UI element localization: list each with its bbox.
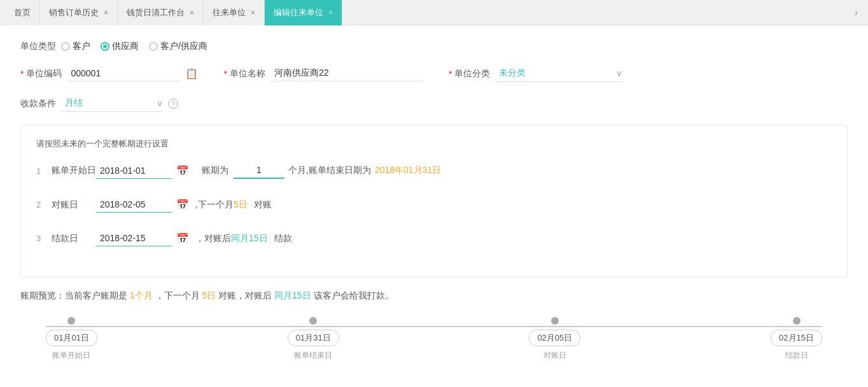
row2-type: 对账日 xyxy=(52,199,96,211)
radio-customer-label: 客户 xyxy=(73,41,90,52)
unit-category-value: 未分类 xyxy=(495,65,613,81)
radio-both-label: 客户/供应商 xyxy=(160,41,207,52)
tab-edit-partner-label: 编辑往来单位 xyxy=(274,7,323,18)
timeline-label-4: 结款日 xyxy=(785,350,808,361)
tab-bar-more[interactable]: › xyxy=(850,7,863,18)
radio-both[interactable]: 客户/供应商 xyxy=(149,41,207,52)
timeline-label-2: 账单结束日 xyxy=(294,350,332,361)
tab-partner-label: 往来单位 xyxy=(213,7,246,18)
start-date-input[interactable] xyxy=(96,163,172,179)
reconciliation-row: 2 对账日 📅 ,下一个月 5日 对账 xyxy=(36,197,832,213)
radio-supplier[interactable]: 供应商 xyxy=(101,41,139,52)
timeline-node-4: 02月15日 结款日 xyxy=(771,317,822,361)
unit-code-input[interactable] xyxy=(67,66,181,81)
radio-customer-circle xyxy=(61,42,70,51)
unit-category-arrow: ∨ xyxy=(616,68,622,78)
preview-label: 账期预览：当前客户账期是 xyxy=(20,290,127,300)
unit-category-label: 单位分类 xyxy=(454,68,490,80)
timeline-label-3: 对账日 xyxy=(543,350,566,361)
payment-suffix-pre: ，对账后 xyxy=(195,233,231,244)
timeline-node-3: 02月05日 对账日 xyxy=(529,317,580,361)
tab-partner-close[interactable]: × xyxy=(251,8,255,17)
reconcile-date-calendar[interactable]: 📅 xyxy=(176,199,189,211)
payment-suffix-post: 结款 xyxy=(274,233,292,244)
unit-type-row: 单位类型 客户 供应商 客户/供应商 xyxy=(20,41,848,52)
unit-code-group: * 单位编码 📋 xyxy=(20,66,198,81)
tab-bar: 首页 销售订单历史 × 钱货日清工作台 × 往来单位 × 编辑往来单位 × › xyxy=(0,0,868,25)
timeline: 01月01日 账单开始日 01月31日 账单结束日 02月05日 对账日 02月… xyxy=(20,317,848,361)
row3-type: 结款日 xyxy=(52,233,96,244)
radio-supplier-circle xyxy=(101,42,109,51)
tab-sales-history-close[interactable]: × xyxy=(104,8,108,17)
unit-type-label: 单位类型 xyxy=(20,41,56,52)
timeline-dot-2 xyxy=(309,317,317,325)
preview-part3: 同月15日 xyxy=(274,290,311,300)
tab-sales-history-label: 销售订单历史 xyxy=(49,7,99,18)
tab-edit-partner-close[interactable]: × xyxy=(328,8,333,17)
end-date-highlight: 2018年01月31日 xyxy=(375,165,441,176)
help-icon[interactable]: ? xyxy=(168,99,178,109)
tab-home[interactable]: 首页 xyxy=(5,0,40,25)
timeline-node-1: 01月01日 账单开始日 xyxy=(46,317,97,361)
unit-name-label: 单位名称 xyxy=(230,68,265,80)
unit-category-star: * xyxy=(449,69,452,79)
tab-partner[interactable]: 往来单位 × xyxy=(204,0,265,25)
payment-date-row: 3 结款日 📅 ，对账后 同月15日 结款 xyxy=(36,230,832,246)
preview-part2: 5日 xyxy=(202,290,216,300)
unit-type-radio-group: 客户 供应商 客户/供应商 xyxy=(61,41,207,52)
payment-date-input[interactable] xyxy=(96,230,172,246)
period-for-label: 账期为 xyxy=(202,165,228,176)
reconcile-date-input[interactable] xyxy=(96,197,172,213)
start-date-calendar[interactable]: 📅 xyxy=(176,165,189,177)
payment-terms-value: 月结 xyxy=(61,95,154,111)
unit-code-star: * xyxy=(20,69,24,79)
unit-name-input[interactable] xyxy=(270,66,423,81)
tab-edit-partner[interactable]: 编辑往来单位 × xyxy=(265,0,342,25)
account-start-row: 1 账单开始日 📅 账期为 个月,账单结束日期为 2018年01月31日 xyxy=(36,162,832,179)
tab-home-label: 首页 xyxy=(14,7,31,18)
payment-day-highlight: 同月15日 xyxy=(231,233,268,244)
timeline-badge-2: 01月31日 xyxy=(288,330,339,346)
tab-cash-daily[interactable]: 钱货日清工作台 × xyxy=(118,0,204,25)
section-title: 请按照未来的一个完整帐期进行设置 xyxy=(36,138,832,150)
period-value-input[interactable] xyxy=(234,162,284,179)
unit-name-group: * 单位名称 xyxy=(223,66,423,81)
timeline-dot-1 xyxy=(67,317,75,325)
payment-date-calendar[interactable]: 📅 xyxy=(176,232,189,244)
payment-terms-dropdown[interactable]: 月结 ∨ xyxy=(61,95,163,112)
unit-code-icon[interactable]: 📋 xyxy=(185,67,198,80)
unit-fields-row: * 单位编码 📋 * 单位名称 * 单位分类 未分类 ∨ xyxy=(20,65,848,82)
main-content: 单位类型 客户 供应商 客户/供应商 * 单位编码 📋 * 单位名称 xyxy=(0,25,868,387)
radio-both-circle xyxy=(149,42,158,51)
unit-category-group: * 单位分类 未分类 ∨ xyxy=(449,65,622,82)
timeline-nodes: 01月01日 账单开始日 01月31日 账单结束日 02月05日 对账日 02月… xyxy=(46,317,822,361)
unit-name-star: * xyxy=(223,69,227,79)
payment-terms-arrow: ∨ xyxy=(157,98,163,108)
payment-terms-row: 收款条件 月结 ∨ ? xyxy=(20,95,848,112)
preview-mid2: 对账，对账后 xyxy=(218,290,272,300)
tab-cash-daily-label: 钱货日清工作台 xyxy=(127,7,185,18)
tab-cash-daily-close[interactable]: × xyxy=(190,8,194,17)
row1-type: 账单开始日 xyxy=(52,165,96,176)
reconcile-day-highlight: 5日 xyxy=(234,199,248,211)
settings-section: 请按照未来的一个完整帐期进行设置 1 账单开始日 📅 账期为 个月,账单结束日期… xyxy=(20,125,848,278)
timeline-node-2: 01月31日 账单结束日 xyxy=(288,317,339,361)
timeline-label-1: 账单开始日 xyxy=(52,350,90,361)
period-unit-text: 个月,账单结束日期为 xyxy=(288,165,371,176)
reconcile-suffix-post: 对账 xyxy=(254,199,272,211)
preview-mid1: ，下一个月 xyxy=(155,290,200,300)
preview-section: 账期预览：当前客户账期是 1个月 ，下一个月 5日 对账，对账后 同月15日 该… xyxy=(20,290,848,302)
timeline-badge-1: 01月01日 xyxy=(46,330,97,346)
unit-code-label: 单位编码 xyxy=(26,68,62,80)
timeline-badge-3: 02月05日 xyxy=(529,330,580,346)
unit-category-dropdown[interactable]: 未分类 ∨ xyxy=(495,65,622,82)
radio-customer[interactable]: 客户 xyxy=(61,41,90,52)
tab-sales-history[interactable]: 销售订单历史 × xyxy=(40,0,118,25)
timeline-dot-4 xyxy=(793,317,801,325)
row2-num: 2 xyxy=(36,200,52,209)
timeline-badge-4: 02月15日 xyxy=(771,330,822,346)
radio-supplier-label: 供应商 xyxy=(112,41,139,52)
preview-end: 该客户会给我打款。 xyxy=(314,290,394,300)
row1-num: 1 xyxy=(36,166,52,176)
row3-num: 3 xyxy=(36,234,52,243)
